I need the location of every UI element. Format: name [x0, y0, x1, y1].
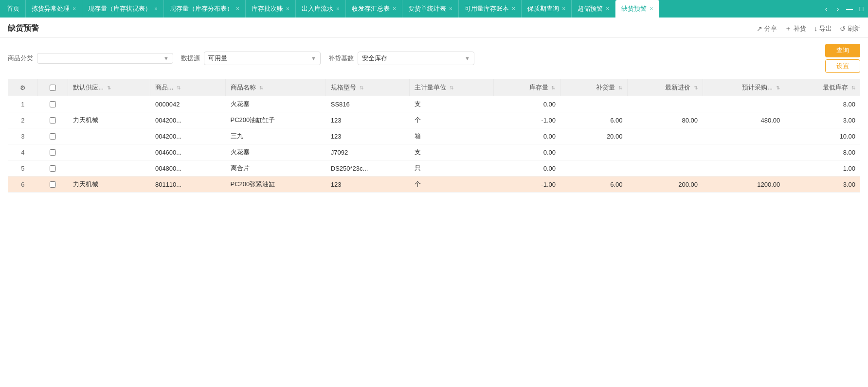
row-replenish-2: 6.00 [561, 112, 627, 128]
tab-close-available[interactable]: × [512, 5, 515, 12]
row-unit-4: 支 [410, 144, 494, 160]
th-spec[interactable]: 规格型号 ⇅ [326, 79, 410, 96]
tab-bar: 首页 拣货异常处理 × 现存量（库存状况表） × 现存量（库存分布表） × 库存… [0, 0, 868, 18]
tab-close-inventory-dist[interactable]: × [236, 5, 239, 12]
replenish-base-select[interactable]: 安全库存 ▼ [358, 52, 474, 65]
sort-supplier-icon: ⇅ [107, 85, 111, 90]
th-stock[interactable]: 库存量 ⇅ [494, 79, 561, 96]
row-unit-3: 箱 [410, 128, 494, 144]
th-name[interactable]: 商品名称 ⇅ [226, 79, 326, 96]
th-replenish[interactable]: 补货量 ⇅ [561, 79, 627, 96]
row-code-5: 004800... [150, 160, 226, 176]
tab-inventory-dist[interactable]: 现存量（库存分布表） × [164, 0, 246, 18]
row-code-4: 004600... [150, 144, 226, 160]
tab-close-pick-exception[interactable]: × [72, 5, 76, 12]
table-row: 3 004200... 三九 123 箱 0.00 20.00 10.00 [8, 128, 860, 144]
th-supplier[interactable]: 默认供应... ⇅ [68, 79, 150, 96]
th-min-stock[interactable]: 最低库存 ⇅ [785, 79, 860, 96]
row-check-5[interactable] [38, 160, 68, 176]
tab-close-flow[interactable]: × [336, 5, 340, 12]
row-name-2: PC200油缸缸子 [226, 112, 326, 128]
row-spec-1: SS816 [326, 96, 410, 112]
tab-prev-btn[interactable]: ‹ [820, 0, 832, 18]
share-button[interactable]: ↗ 分享 [757, 24, 777, 33]
tab-batch-account[interactable]: 库存批次账 × [246, 0, 296, 18]
select-all-checkbox[interactable] [50, 85, 56, 91]
th-estimated[interactable]: 预计采购... ⇅ [703, 79, 785, 96]
export-button[interactable]: ↓ 导出 [814, 24, 832, 33]
tab-close-shortage[interactable]: × [650, 5, 653, 12]
tab-close-batch-account[interactable]: × [286, 5, 289, 12]
th-check[interactable] [38, 79, 68, 96]
row-replenish-5 [561, 160, 627, 176]
data-table: ⚙ 默认供应... ⇅ 商品... ⇅ [8, 79, 860, 193]
row-estimated-1 [703, 96, 785, 112]
category-select[interactable]: ▼ [37, 53, 173, 64]
row-checkbox-6[interactable] [50, 181, 56, 188]
datasource-select[interactable]: 可用量 ▼ [204, 52, 321, 65]
tab-next-btn[interactable]: › [832, 0, 844, 18]
row-latest-price-6: 200.00 [627, 176, 703, 193]
row-unit-2: 个 [410, 112, 494, 128]
row-spec-4: J7092 [326, 144, 410, 160]
tab-collection[interactable]: 收发存汇总表 × [346, 0, 402, 18]
tab-overstock[interactable]: 超储预警 × [572, 0, 615, 18]
tab-close-collection[interactable]: × [393, 5, 396, 12]
row-index-3: 3 [8, 128, 38, 144]
tab-close-inventory-status[interactable]: × [154, 5, 158, 12]
query-button[interactable]: 查询 [825, 44, 860, 57]
th-latest-price[interactable]: 最新进价 ⇅ [627, 79, 703, 96]
tab-close-order-stats[interactable]: × [449, 5, 452, 12]
tab-order-stats[interactable]: 要货单统计表 × [402, 0, 459, 18]
row-check-1[interactable] [38, 96, 68, 112]
tab-close-expiry[interactable]: × [562, 5, 565, 12]
datasource-chevron-icon: ▼ [311, 55, 316, 61]
row-check-4[interactable] [38, 144, 68, 160]
replenish-button[interactable]: ＋ 补货 [785, 24, 806, 33]
tab-expiry[interactable]: 保质期查询 × [522, 0, 572, 18]
row-min-stock-2: 3.00 [785, 112, 860, 128]
row-min-stock-6: 3.00 [785, 176, 860, 193]
tab-minimize-btn[interactable]: — [844, 0, 855, 18]
tab-home[interactable]: 首页 [1, 0, 26, 18]
row-check-3[interactable] [38, 128, 68, 144]
row-min-stock-1: 8.00 [785, 96, 860, 112]
th-unit[interactable]: 主计量单位 ⇅ [410, 79, 494, 96]
row-checkbox-4[interactable] [50, 149, 56, 156]
replenish-base-label: 补货基数 [328, 54, 354, 63]
row-checkbox-1[interactable] [50, 101, 56, 107]
th-code[interactable]: 商品... ⇅ [150, 79, 226, 96]
row-latest-price-2: 80.00 [627, 112, 703, 128]
row-name-4: 火花塞 [226, 144, 326, 160]
row-name-6: PC200张紧油缸 [226, 176, 326, 193]
row-checkbox-2[interactable] [50, 117, 56, 123]
table-row: 2 力天机械 004200... PC200油缸缸子 123 个 -1.00 6… [8, 112, 860, 128]
settings-button[interactable]: 设置 [825, 59, 860, 73]
row-checkbox-5[interactable] [50, 165, 56, 172]
tab-available[interactable]: 可用量库存账本 × [459, 0, 522, 18]
tab-maximize-btn[interactable]: □ [855, 0, 867, 18]
row-checkbox-3[interactable] [50, 133, 56, 140]
row-unit-5: 只 [410, 160, 494, 176]
tab-close-overstock[interactable]: × [606, 5, 609, 12]
row-code-6: 801110... [150, 176, 226, 193]
filter-bar: 商品分类 ▼ 数据源 可用量 ▼ 补货基数 安全库存 ▼ 查询 设置 [0, 38, 868, 79]
tab-shortage[interactable]: 缺货预警 × [615, 0, 659, 18]
category-chevron-icon: ▼ [163, 55, 169, 61]
row-stock-3: 0.00 [494, 128, 561, 144]
share-icon: ↗ [757, 25, 762, 33]
row-check-6[interactable] [38, 176, 68, 193]
row-code-2: 004200... [150, 112, 226, 128]
row-check-2[interactable] [38, 112, 68, 128]
refresh-button[interactable]: ↺ 刷新 [840, 24, 860, 33]
table-row: 6 力天机械 801110... PC200张紧油缸 123 个 -1.00 6… [8, 176, 860, 193]
tab-pick-exception[interactable]: 拣货异常处理 × [26, 0, 82, 18]
tab-inventory-status[interactable]: 现存量（库存状况表） × [82, 0, 164, 18]
th-gear[interactable]: ⚙ [8, 79, 38, 96]
tab-flow[interactable]: 出入库流水 × [296, 0, 346, 18]
row-replenish-3: 20.00 [561, 128, 627, 144]
row-index-6: 6 [8, 176, 38, 193]
row-spec-5: DS250*23c... [326, 160, 410, 176]
sort-stock-icon: ⇅ [551, 85, 555, 90]
row-estimated-4 [703, 144, 785, 160]
